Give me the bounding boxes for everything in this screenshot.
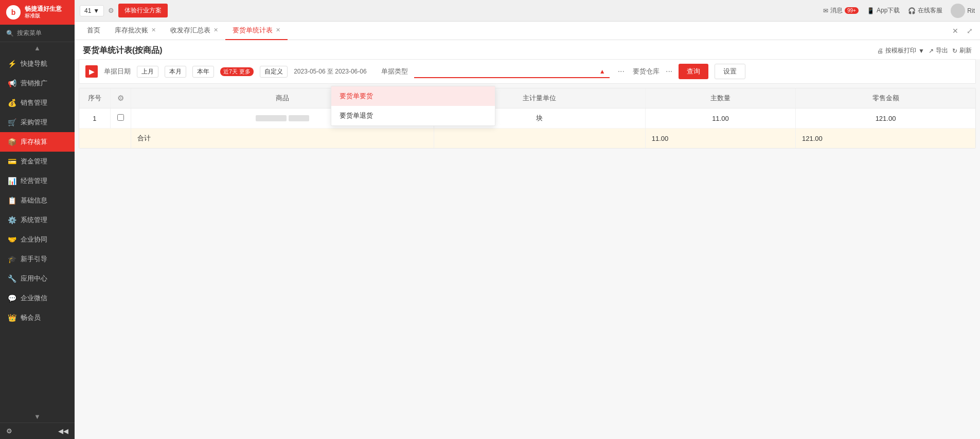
last7-badge[interactable]: 近7天 更多 <box>220 67 254 76</box>
sidebar-item-collab[interactable]: 🤝企业协同 <box>0 230 75 249</box>
tab-inventory_batch[interactable]: 库存批次账 ✕ <box>108 22 163 40</box>
nav-icon-operations: 📊 <box>7 177 16 185</box>
tab-close-collect_summary[interactable]: ✕ <box>213 27 218 33</box>
collapse-icon[interactable]: ◀◀ <box>58 427 68 435</box>
nav-label-collab: 企业协同 <box>21 235 47 244</box>
footer-empty <box>79 129 131 149</box>
main-area: 41 ▼ ⚙ 体验行业方案 ✉ 消息 99+ 📱 App下载 🎧 在线客服 R <box>75 0 980 439</box>
page-header: 要货单统计表(按商品) 🖨 按模板打印 ▼ ↗ 导出 ↻ 刷新 <box>75 40 980 59</box>
dropdown-item-order_return[interactable]: 要货单退货 <box>331 106 495 125</box>
sidebar-item-member[interactable]: 👑畅会员 <box>0 308 75 327</box>
nav-icon-shortcut: ⚡ <box>7 60 16 68</box>
cell-checkbox-0[interactable] <box>110 108 131 129</box>
col-settings-header[interactable]: ⚙ <box>110 88 131 108</box>
nav-label-member: 畅会员 <box>21 313 41 322</box>
export-btn[interactable]: ↗ 导出 <box>929 46 948 55</box>
content-area: 要货单统计表(按商品) 🖨 按模板打印 ▼ ↗ 导出 ↻ 刷新 <box>75 40 980 439</box>
sidebar-item-appstore[interactable]: 🔧应用中心 <box>0 269 75 288</box>
type-select-wrapper: ▲ <box>414 65 610 78</box>
custom-date-btn[interactable]: 自定义 <box>260 66 288 78</box>
this-year-btn[interactable]: 本年 <box>192 66 214 78</box>
type-input[interactable] <box>414 65 610 78</box>
this-month-btn[interactable]: 本月 <box>165 66 186 78</box>
row-checkbox-0[interactable] <box>117 114 124 121</box>
sidebar-item-marketing[interactable]: 📢营销推广 <box>0 74 75 93</box>
sidebar-item-sales[interactable]: 💰销售管理 <box>0 93 75 113</box>
app-download-btn[interactable]: 📱 App下载 <box>867 6 900 15</box>
sidebar-item-shortcut[interactable]: ⚡快捷导航 <box>0 54 75 74</box>
user-avatar[interactable]: Rit <box>951 4 975 18</box>
type-dropdown-menu: 要货单要货要货单退货 <box>331 86 495 126</box>
nav-icon-appstore: 🔧 <box>7 275 16 283</box>
sidebar-item-inventory[interactable]: 📦库存核算 <box>0 132 75 152</box>
page-actions: 🖨 按模板打印 ▼ ↗ 导出 ↻ 刷新 <box>877 46 972 55</box>
refresh-btn[interactable]: ↻ 刷新 <box>952 46 972 55</box>
expand-tabs-btn[interactable]: ⤢ <box>965 27 975 35</box>
sidebar-search[interactable]: 🔍 搜索菜单 <box>0 25 75 42</box>
settings-icon-topbar[interactable]: ⚙ <box>108 7 114 14</box>
table-container: 序号 ⚙ 商品 主计量单位 主数量 零售金额 1 块 <box>79 88 976 149</box>
sidebar-item-basic[interactable]: 📋基础信息 <box>0 191 75 210</box>
product-placeholder-0 <box>256 115 287 121</box>
query-btn[interactable]: 查询 <box>679 64 708 79</box>
export-label: 导出 <box>936 46 948 55</box>
nav-icon-collab: 🤝 <box>7 235 16 244</box>
table-settings-btn[interactable]: 设置 <box>715 64 745 79</box>
nav-icon-member: 👑 <box>7 314 16 322</box>
export-icon: ↗ <box>929 47 934 54</box>
nav-icon-basic: 📋 <box>7 196 16 205</box>
store-selector[interactable]: 41 ▼ <box>80 5 104 16</box>
settings-icon[interactable]: ⚙ <box>6 427 12 435</box>
tab-close-inventory_batch[interactable]: ✕ <box>151 27 156 33</box>
column-settings-icon[interactable]: ⚙ <box>117 94 124 102</box>
date-filter-label: 单据日期 <box>104 67 131 76</box>
table-body: 1 块 11.00 121.00 <box>79 108 975 129</box>
tab-close-order_summary[interactable]: ✕ <box>276 27 280 33</box>
app-download-label: App下载 <box>877 6 900 15</box>
tabs-bar: 首页库存批次账 ✕收发存汇总表 ✕要货单统计表 ✕✕⤢ <box>75 22 980 40</box>
sidebar-logo: b 畅捷通好生意 标准版 <box>0 0 75 25</box>
tab-collect_summary[interactable]: 收发存汇总表 ✕ <box>163 22 225 40</box>
print-label: 按模板打印 <box>885 46 916 55</box>
filter-toggle-btn[interactable]: ▶ <box>85 65 98 78</box>
sidebar-item-finance[interactable]: 💳资金管理 <box>0 152 75 171</box>
sidebar-scroll-up[interactable]: ▲ <box>0 42 75 54</box>
col-seq: 序号 <box>79 88 110 108</box>
store-dropdown-icon: ▼ <box>93 7 99 14</box>
nav-icon-system: ⚙️ <box>7 216 16 224</box>
cell-amount-0: 121.00 <box>796 108 975 129</box>
sidebar-scroll-down[interactable]: ▼ <box>0 411 75 423</box>
tab-home[interactable]: 首页 <box>80 22 108 40</box>
messages-btn[interactable]: ✉ 消息 99+ <box>823 6 859 15</box>
nav-label-marketing: 营销推广 <box>21 79 47 88</box>
footer-amount: 121.00 <box>796 129 975 149</box>
print-btn[interactable]: 🖨 按模板打印 ▼ <box>877 46 924 55</box>
nav-label-wechat: 企业微信 <box>21 294 47 303</box>
sidebar-item-wechat[interactable]: 💬企业微信 <box>0 288 75 308</box>
close-all-tabs-btn[interactable]: ✕ <box>950 27 960 35</box>
username: Rit <box>967 7 975 14</box>
tabs-bar-right: ✕⤢ <box>950 27 975 35</box>
last-month-btn[interactable]: 上月 <box>137 66 158 78</box>
data-table: 序号 ⚙ 商品 主计量单位 主数量 零售金额 1 块 <box>79 88 975 148</box>
logo-icon: b <box>6 5 21 20</box>
tab-order_summary[interactable]: 要货单统计表 ✕ <box>225 22 288 40</box>
nav-label-operations: 经营管理 <box>21 176 47 186</box>
date-range-display: 2023-05-06 至 2023-06-06 <box>294 67 366 76</box>
industry-btn[interactable]: 体验行业方案 <box>118 4 168 17</box>
warehouse-more-btn[interactable]: ··· <box>666 67 672 76</box>
nav-label-system: 系统管理 <box>21 215 47 225</box>
tab-label-home: 首页 <box>87 26 100 35</box>
filter-row: ▶ 单据日期 上月 本月 本年 近7天 更多 自定义 2023-05-06 至 … <box>79 60 975 83</box>
sidebar-item-guide[interactable]: 🎓新手引导 <box>0 249 75 269</box>
online-service-btn[interactable]: 🎧 在线客服 <box>908 6 942 15</box>
sidebar-item-system[interactable]: ⚙️系统管理 <box>0 210 75 230</box>
col-amount: 零售金额 <box>796 88 975 108</box>
nav-icon-purchase: 🛒 <box>7 118 16 126</box>
type-more-btn[interactable]: ··· <box>616 67 627 76</box>
footer-unit <box>434 129 645 149</box>
logo-title: 畅捷通好生意 <box>25 5 62 12</box>
sidebar-item-purchase[interactable]: 🛒采购管理 <box>0 113 75 132</box>
sidebar-item-operations[interactable]: 📊经营管理 <box>0 171 75 191</box>
dropdown-item-order_request[interactable]: 要货单要货 <box>331 86 495 106</box>
